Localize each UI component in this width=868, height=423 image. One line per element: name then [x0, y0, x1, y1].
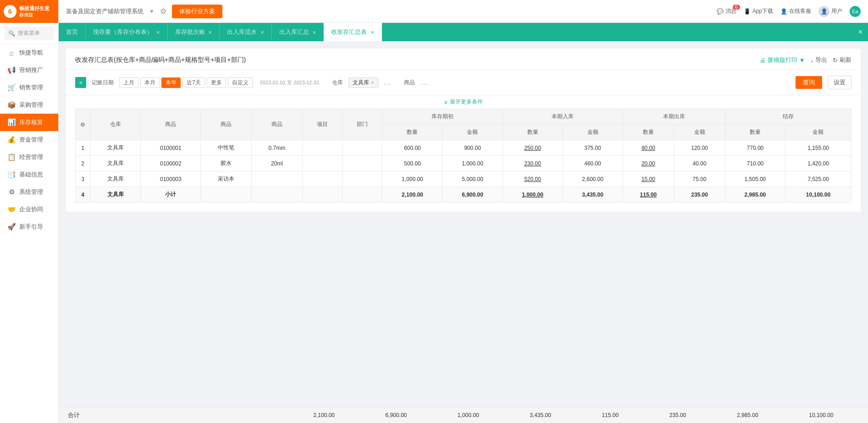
date-btn-custom[interactable]: 自定义	[228, 77, 253, 88]
total-bal-qty: 2,985.00	[737, 412, 758, 418]
refresh-icon: ↻	[833, 57, 838, 64]
cell-out-amt-1: 120.00	[674, 140, 725, 156]
sales-icon: 🛒	[7, 83, 16, 92]
tab-recv-send[interactable]: 收发存汇总表 ×	[324, 23, 382, 41]
cell-warehouse-3: 文具库	[90, 171, 141, 187]
cell-out-qty-sub[interactable]: 115.00	[623, 187, 674, 203]
expand-more-btn[interactable]: ∨ 展开更多条件	[66, 95, 861, 109]
data-table: ⚙ 仓库 商品 商品 商品 项目 部门 库存期初 本期入库 本期出库 结存	[75, 109, 851, 203]
table-wrapper: ⚙ 仓库 商品 商品 商品 项目 部门 库存期初 本期入库 本期出库 结存	[66, 109, 861, 212]
sidebar-item-enterprise[interactable]: 🤝 企业协同	[0, 201, 58, 218]
total-label: 合计	[68, 411, 288, 419]
th-in-qty: 数量	[503, 125, 563, 140]
cell-in-qty-2[interactable]: 230.00	[503, 156, 563, 171]
topbar: 装备及固定资产辅助管理系统 ▼ ⚙ 体验行业方案 💬 消息 6 📱 App下载 …	[59, 0, 868, 23]
refresh-btn[interactable]: ↻ 刷新	[833, 56, 851, 64]
tabbar-close-all[interactable]: ×	[858, 28, 862, 36]
sidebar-item-finance[interactable]: 💰 资金管理	[0, 131, 58, 148]
cell-out-qty-3[interactable]: 15.00	[623, 171, 674, 187]
goods-more-dots[interactable]: ...	[420, 78, 428, 87]
column-settings-icon[interactable]: ⚙	[80, 121, 85, 128]
sidebar-item-system[interactable]: ⚙ 系统管理	[0, 183, 58, 201]
total-bal-amt: 10,100.00	[809, 412, 833, 418]
filter-expand-btn[interactable]: »	[75, 77, 86, 88]
cell-name-sub	[201, 187, 251, 203]
sidebar-item-purchase[interactable]: 📦 采购管理	[0, 96, 58, 114]
cell-out-qty-1[interactable]: 80.00	[623, 140, 674, 156]
cell-no-sub: 4	[76, 187, 90, 203]
online-service-action[interactable]: 👤 在线客服	[780, 7, 811, 15]
cell-bal-qty-2: 710.00	[725, 156, 785, 171]
cell-init-qty-sub: 2,100.00	[382, 187, 442, 203]
total-init-qty: 2,100.00	[313, 412, 335, 418]
tab-home[interactable]: 首页	[59, 23, 86, 41]
tab-close-batch[interactable]: ×	[209, 29, 212, 36]
print-btn[interactable]: 🖨 拨镜版打印 ▼	[760, 56, 805, 64]
date-btn-this-year[interactable]: 本年	[161, 77, 181, 88]
th-out-amt: 金额	[674, 125, 725, 140]
tab-close-recv-send[interactable]: ×	[370, 29, 374, 36]
th-code: 商品	[141, 109, 201, 140]
th-init-group: 库存期初	[382, 109, 503, 125]
cell-code-1: 0100001	[141, 140, 201, 156]
filter-bar: » 记账日期 上月 本月 本年 近7天 更多 自定义 2023-01-01 至 …	[66, 70, 861, 95]
cell-init-amt-sub: 6,900.00	[442, 187, 503, 203]
sidebar-item-quick-nav[interactable]: ⌂ 快捷导航	[0, 44, 58, 61]
sidebar-item-guide[interactable]: 🚀 新手引导	[0, 218, 58, 236]
tab-inout-summary[interactable]: 出入库汇总 ×	[272, 23, 324, 41]
search-menu-item[interactable]: 🔍 搜索菜单	[5, 27, 54, 40]
cell-init-qty-1: 600.00	[382, 140, 442, 156]
export-btn[interactable]: ↓ 导出	[811, 56, 828, 64]
enterprise-icon: 🤝	[7, 205, 16, 214]
cell-subtotal-label: 小计	[141, 187, 201, 203]
print-dropdown-icon: ▼	[799, 57, 805, 64]
date-btn-this-month[interactable]: 本月	[140, 77, 160, 88]
search-btn[interactable]: 查询	[796, 76, 822, 89]
sidebar-item-marketing[interactable]: 📢 营销推广	[0, 61, 58, 79]
user-action[interactable]: 👤 用户	[818, 6, 842, 17]
topbar-dropdown-arrow[interactable]: ▼	[149, 8, 155, 15]
cell-in-qty-1[interactable]: 250.00	[503, 140, 563, 156]
setting-btn[interactable]: 设置	[828, 76, 851, 89]
cell-no-2: 2	[76, 156, 90, 171]
cell-in-qty-3[interactable]: 520.00	[503, 171, 563, 187]
date-btn-last-month[interactable]: 上月	[119, 77, 138, 88]
cell-bal-qty-sub: 2,985.00	[725, 187, 785, 203]
th-init-amt: 金额	[442, 125, 503, 140]
tab-stock-dist[interactable]: 现存量（库存分布表） ×	[86, 23, 168, 41]
sidebar-item-basic[interactable]: 📑 基础信息	[0, 166, 58, 183]
warehouse-tag-close[interactable]: ×	[371, 80, 374, 85]
cell-out-qty-2[interactable]: 20.00	[623, 156, 674, 171]
tab-close-stock-dist[interactable]: ×	[156, 29, 160, 36]
tab-close-inout-summary[interactable]: ×	[313, 29, 316, 36]
sidebar: 6 畅捷通好生意 标准版 🔍 搜索菜单 ⌂ 快捷导航 📢 营销推广 🛒 销售管理…	[0, 0, 59, 423]
tab-close-inout-flow[interactable]: ×	[260, 29, 264, 36]
finance-icon: 💰	[7, 136, 16, 144]
sidebar-item-inventory[interactable]: 📊 库存核算	[0, 114, 58, 131]
th-project: 项目	[303, 109, 343, 140]
topbar-settings-icon[interactable]: ⚙	[160, 7, 166, 16]
cell-bal-amt-sub: 10,100.00	[785, 187, 851, 203]
date-btn-more[interactable]: 更多	[207, 77, 226, 88]
message-action[interactable]: 💬 消息 6	[717, 7, 736, 15]
app-download-action[interactable]: 📱 App下载	[744, 7, 773, 15]
total-in-amt: 3,435.00	[530, 412, 551, 418]
tab-inout-flow[interactable]: 出入库流水 ×	[220, 23, 272, 41]
cell-spec-sub	[251, 187, 303, 203]
th-bal-amt: 金额	[785, 125, 851, 140]
cell-in-qty-sub[interactable]: 1,000.00	[503, 187, 563, 203]
cell-init-amt-2: 1,000.00	[442, 156, 503, 171]
sidebar-item-sales[interactable]: 🛒 销售管理	[0, 79, 58, 96]
sidebar-item-operations[interactable]: 📋 经营管理	[0, 148, 58, 166]
tab-batch[interactable]: 库存批次账 ×	[168, 23, 220, 41]
experience-btn[interactable]: 体验行业方案	[172, 5, 222, 18]
warehouse-more-dots[interactable]: ...	[384, 78, 391, 87]
th-settings[interactable]: ⚙	[76, 109, 90, 140]
th-dept: 部门	[343, 109, 382, 140]
operations-icon: 📋	[7, 153, 16, 161]
th-init-qty: 数量	[382, 125, 442, 140]
filter-row-1: » 记账日期 上月 本月 本年 近7天 更多 自定义 2023-01-01 至 …	[75, 76, 851, 89]
cell-out-amt-sub: 235.00	[674, 187, 725, 203]
date-btn-7days[interactable]: 近7天	[182, 77, 205, 88]
cell-warehouse-1: 文具库	[90, 140, 141, 156]
